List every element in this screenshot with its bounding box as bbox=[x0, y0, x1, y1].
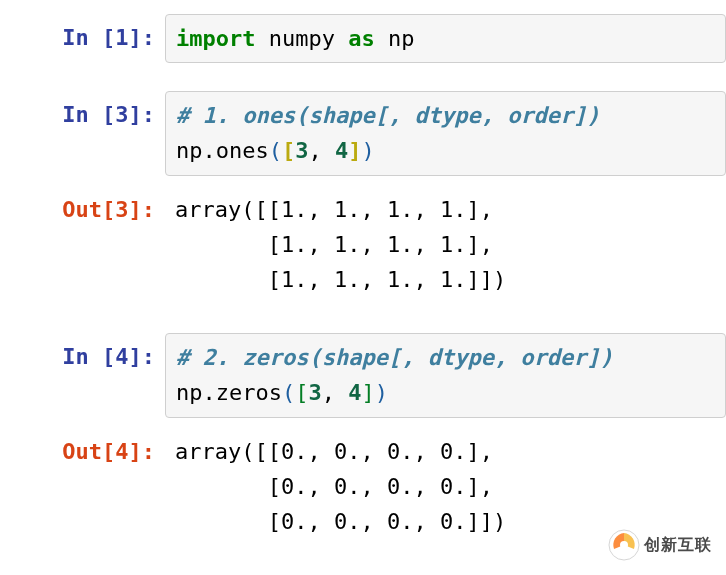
code-input[interactable]: # 2. zeros(shape[, dtype, order]) np.zer… bbox=[165, 333, 726, 417]
in-prompt: In [3]: bbox=[0, 91, 165, 132]
code-output: array([[1., 1., 1., 1.], [1., 1., 1., 1.… bbox=[165, 186, 726, 304]
logo-text: 创新互联 bbox=[644, 532, 712, 558]
output-cell: Out[4]:array([[0., 0., 0., 0.], [0., 0.,… bbox=[0, 428, 726, 546]
out-prompt: Out[4]: bbox=[0, 428, 165, 469]
in-prompt: In [4]: bbox=[0, 333, 165, 374]
input-cell: In [1]:import numpy as np bbox=[0, 14, 726, 63]
code-input[interactable]: # 1. ones(shape[, dtype, order]) np.ones… bbox=[165, 91, 726, 175]
in-prompt: In [1]: bbox=[0, 14, 165, 55]
out-prompt: Out[3]: bbox=[0, 186, 165, 227]
input-cell: In [4]:# 2. zeros(shape[, dtype, order])… bbox=[0, 333, 726, 417]
svg-point-1 bbox=[620, 541, 628, 549]
code-output: array([[0., 0., 0., 0.], [0., 0., 0., 0.… bbox=[165, 428, 726, 546]
logo-icon bbox=[608, 529, 640, 561]
watermark-logo: 创新互联 bbox=[608, 529, 712, 561]
output-cell: Out[3]:array([[1., 1., 1., 1.], [1., 1.,… bbox=[0, 186, 726, 304]
code-input[interactable]: import numpy as np bbox=[165, 14, 726, 63]
input-cell: In [3]:# 1. ones(shape[, dtype, order]) … bbox=[0, 91, 726, 175]
